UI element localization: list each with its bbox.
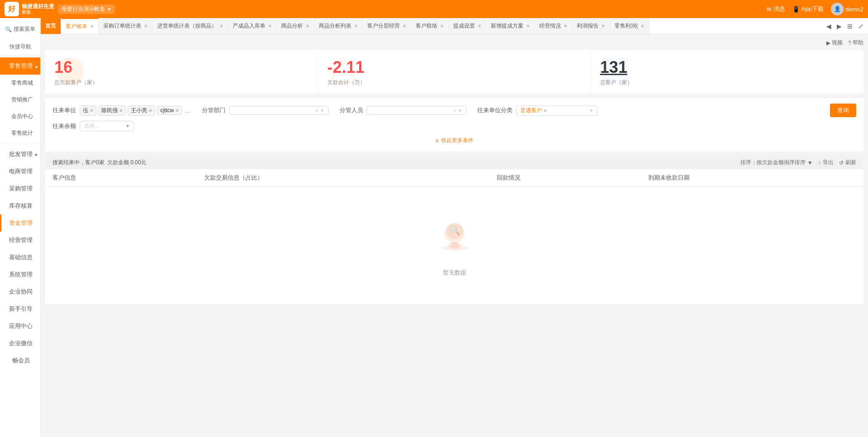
sidebar-search[interactable]: 🔍 搜索菜单 (0, 18, 40, 40)
tab-goods-analysis-list[interactable]: 商品分析列表 ✕ (314, 18, 363, 34)
person-label: 分管人员 (340, 106, 363, 114)
sidebar-item-purchase[interactable]: 采购管理 (0, 180, 40, 197)
stats-bar: ¥ 16 总欠款客户（家） + -2.11 欠款合计（万） (45, 50, 863, 94)
tab-profit-report[interactable]: 利润报告 ✕ (572, 18, 610, 34)
tab-fullscreen-btn[interactable]: ⤢ (856, 22, 865, 31)
video-link[interactable]: ▶ 视频 (826, 39, 843, 47)
stat-total-debt: + -2.11 欠款合计（万） (318, 50, 591, 94)
dept-input-wrap[interactable]: ✕ ▼ (229, 106, 329, 115)
sidebar-item-system[interactable]: 系统管理 (0, 266, 40, 283)
filter-tag-normal-customer[interactable]: 普通客户 ✕ (520, 107, 547, 114)
tab-customer-layer[interactable]: 客户分层经营 ✕ (363, 18, 411, 34)
balance-select[interactable]: 选择... ▼ (80, 121, 134, 131)
sidebar-item-retail[interactable]: 零售管理 ▴ (0, 57, 40, 75)
sidebar-item-app-center[interactable]: 应用中心 (0, 318, 40, 335)
person-dropdown-icon[interactable]: ▼ (458, 108, 462, 113)
category-input-wrap[interactable]: 普通客户 ✕ ▼ (516, 105, 598, 116)
app-download-btn[interactable]: 📱 App下载 (792, 5, 824, 13)
export-btn[interactable]: ↑ 导出 (818, 159, 834, 166)
svg-rect-13 (451, 242, 458, 247)
tab-close-goods[interactable]: ✕ (220, 24, 223, 28)
sidebar-item-member[interactable]: 会员中心 (0, 108, 40, 125)
tab-close-analysis-list[interactable]: ✕ (354, 24, 358, 28)
sidebar-item-wechat[interactable]: 企业微信 (0, 335, 40, 352)
tab-menu-btn[interactable]: ⊞ (845, 22, 854, 31)
svg-marker-2 (330, 58, 357, 83)
message-btn[interactable]: ✉ 消息 (767, 5, 785, 13)
tab-goods-analysis[interactable]: 商品分析 ✕ (277, 18, 314, 34)
tab-purchase-order-stats[interactable]: 采购订单统计表 ✕ (99, 18, 153, 34)
filter-tag-chen[interactable]: 陈民强 ✕ (98, 105, 126, 116)
download-icon: 📱 (792, 6, 800, 13)
tab-close-profit[interactable]: ✕ (601, 24, 605, 28)
refresh-btn[interactable]: ↺ 刷新 (839, 159, 856, 166)
balance-select-placeholder: 选择... (84, 122, 124, 130)
sidebar-item-guide[interactable]: 新手引导 (0, 300, 40, 318)
tab-commission-settings[interactable]: 提成设置 ✕ (449, 18, 486, 34)
empty-text: 暂无数据 (443, 269, 466, 277)
tab-close-analysis[interactable]: ✕ (306, 24, 309, 28)
quick-nav[interactable]: 快捷导航 (0, 40, 40, 53)
tab-customer-contact[interactable]: 客户联络 ✕ (411, 18, 449, 34)
tab-business[interactable]: 经营情况 ✕ (535, 18, 572, 34)
sidebar-item-vip[interactable]: 畅会员 (0, 352, 40, 369)
account-selector[interactable]: 母婴行业演示帐套 ▼ (58, 5, 115, 14)
svg-text:🔍: 🔍 (449, 225, 460, 236)
avatar: 👤 (831, 3, 844, 15)
help-link[interactable]: ? 帮助 (848, 39, 863, 47)
data-table: 客户信息 欠款交易信息（占比） 回款情况 到期未收款日期 (45, 169, 863, 304)
tab-close-customer-ledger[interactable]: ✕ (90, 24, 94, 29)
sort-btn[interactable]: 排序：按欠款金额倒序排序 ▼ (740, 159, 813, 166)
tag-close-normal[interactable]: ✕ (543, 108, 547, 113)
person-input[interactable] (371, 107, 451, 114)
sidebar-item-marketing[interactable]: 营销推广 (0, 91, 40, 108)
person-clear-icon[interactable]: ✕ (452, 108, 456, 113)
tab-goods-stats[interactable]: 进货单统计表（按商品） ✕ (153, 18, 228, 34)
category-dropdown-icon[interactable]: ▼ (589, 108, 594, 113)
dept-input[interactable] (233, 107, 313, 114)
tab-customer-ledger[interactable]: 客户账本 ✕ (61, 18, 99, 34)
tab-prev-btn[interactable]: ◀ (825, 22, 833, 31)
tab-close-add-commission[interactable]: ✕ (526, 24, 530, 28)
filter-tag-cjttcw[interactable]: cjttcw ✕ (157, 106, 182, 115)
top-bar-right: ✉ 消息 📱 App下载 👤 demo2 (767, 3, 863, 15)
tab-product-in[interactable]: 产成品入库单 ✕ (228, 18, 277, 34)
tag-close-chen[interactable]: ✕ (119, 108, 123, 113)
sidebar-item-operation[interactable]: 经营管理 (0, 232, 40, 249)
sidebar-item-retail-stats[interactable]: 零售统计 (0, 125, 40, 142)
tab-close-commission[interactable]: ✕ (478, 24, 481, 28)
tab-close-layer[interactable]: ✕ (403, 24, 406, 28)
filter-collapse-btn[interactable]: ∧ 收起更多条件 (433, 135, 475, 146)
tab-close-contact[interactable]: ✕ (440, 24, 444, 28)
sidebar-item-inventory[interactable]: 库存核算 (0, 197, 40, 214)
tab-next-btn[interactable]: ▶ (835, 22, 844, 31)
dept-dropdown-icon[interactable]: ▼ (320, 108, 325, 113)
query-btn[interactable]: 查询 (830, 104, 856, 117)
filter-more-btn[interactable]: ... (184, 106, 191, 115)
sidebar-item-basic-info[interactable]: 基础信息 (0, 249, 40, 266)
tab-close-business[interactable]: ✕ (564, 24, 567, 28)
dept-clear-icon[interactable]: ✕ (315, 108, 318, 113)
search-menu-btn[interactable]: 🔍 搜索菜单 (4, 23, 37, 36)
tab-add-commission[interactable]: 新增提成方案 ✕ (486, 18, 535, 34)
logo-text: 畅捷通好生意 (22, 3, 54, 10)
tab-retail-profit[interactable]: 零售利润( ✕ (610, 18, 649, 34)
tab-close-retail-profit[interactable]: ✕ (641, 24, 644, 28)
stat-total-customers: 131 总客户（家） (591, 50, 863, 94)
tab-close-purchase[interactable]: ✕ (144, 24, 148, 28)
tag-close-wu[interactable]: ✕ (90, 108, 93, 113)
tag-close-wang[interactable]: ✕ (149, 108, 152, 113)
sidebar-item-wholesale[interactable]: 批发管理 ▸ (0, 146, 40, 163)
user-menu[interactable]: 👤 demo2 (831, 3, 863, 15)
filter-tag-wu[interactable]: 伍 ✕ (80, 105, 96, 116)
sidebar-item-retail-mall[interactable]: 零售商城 (0, 75, 40, 91)
sidebar-item-collab[interactable]: 企业协同 (0, 283, 40, 300)
tab-home[interactable]: 首页 (41, 18, 61, 34)
tag-close-cjttcw[interactable]: ✕ (175, 108, 179, 113)
chevron-down-icon: ▴ (35, 64, 38, 69)
tab-close-product[interactable]: ✕ (268, 24, 272, 28)
sidebar-item-ecommerce[interactable]: 电商管理 (0, 163, 40, 180)
filter-tag-wang[interactable]: 王小亮 ✕ (128, 105, 155, 116)
sidebar-item-finance[interactable]: 资金管理 (0, 214, 40, 232)
person-input-wrap[interactable]: ✕ ▼ (367, 106, 466, 115)
